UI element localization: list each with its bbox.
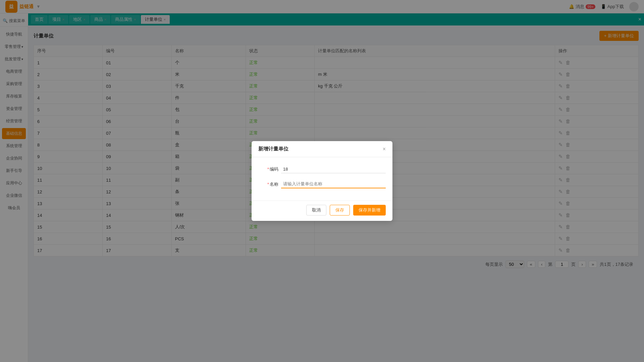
form-row-name: *名称: [258, 180, 386, 188]
modal-body: *编码 *名称: [252, 157, 392, 200]
required-star-name: *: [267, 182, 269, 187]
cancel-button[interactable]: 取消: [306, 205, 326, 216]
modal-header: 新增计量单位 ×: [252, 141, 392, 157]
name-label: *名称: [258, 181, 278, 187]
code-input[interactable]: [281, 165, 386, 173]
save-button[interactable]: 保存: [330, 205, 350, 216]
name-input[interactable]: [281, 180, 386, 188]
modal-overlay: 新增计量单位 × *编码 *名称 取消 保存 保存并新增: [0, 0, 644, 362]
modal-footer: 取消 保存 保存并新增: [252, 200, 392, 221]
modal-title: 新增计量单位: [258, 146, 288, 152]
code-label: *编码: [258, 166, 278, 172]
save-and-new-button[interactable]: 保存并新增: [353, 205, 386, 216]
form-row-code: *编码: [258, 165, 386, 173]
add-unit-modal: 新增计量单位 × *编码 *名称 取消 保存 保存并新增: [252, 141, 392, 221]
required-star-code: *: [267, 167, 269, 172]
modal-close-button[interactable]: ×: [383, 146, 386, 152]
